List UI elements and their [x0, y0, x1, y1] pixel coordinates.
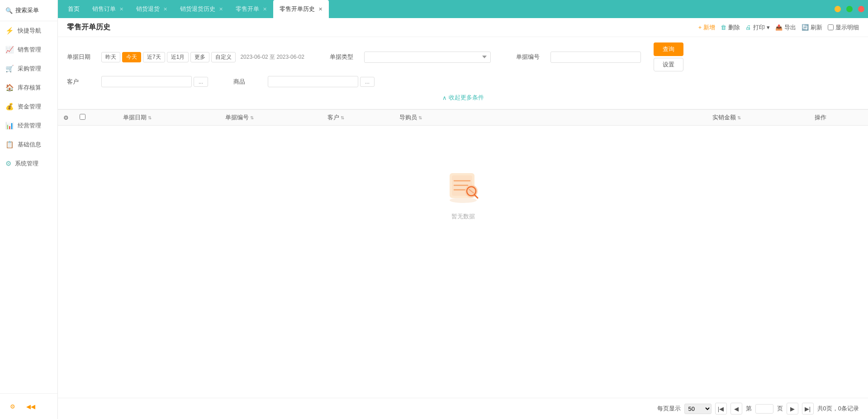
delete-button[interactable]: 🗑 删除 [721, 24, 740, 32]
doc-type-select[interactable] [364, 52, 491, 63]
settings-bottom-icon: ⚙ [10, 403, 15, 410]
tab-retail-open-label: 零售开单 [236, 5, 259, 13]
col-guide: 导购员 ⇅ [394, 110, 481, 126]
select-all-checkbox[interactable] [80, 114, 85, 120]
collapse-filter-button[interactable]: ∧ 收起更多条件 [67, 92, 859, 104]
sort-no-icon: ⇅ [250, 115, 254, 120]
col-empty [481, 110, 707, 126]
sort-date-label: 单据日期 [123, 113, 147, 122]
sidebar-item-quick-nav[interactable]: ⚡ 快捷导航 [0, 21, 57, 40]
prev-page-button[interactable]: ◀ [730, 403, 742, 414]
sidebar-item-inventory[interactable]: 🏠 库存核算 [0, 78, 57, 97]
table-settings-icon[interactable]: ⚙ [63, 114, 69, 121]
filter-area: 单据日期 昨天 今天 近7天 近1月 更多 自定义 2023-06-02 至 2… [58, 37, 868, 109]
product-label: 商品 [233, 78, 261, 86]
sort-no[interactable]: 单据编号 ⇅ [225, 113, 254, 122]
page-size-select[interactable]: 10 20 50 100 [684, 404, 711, 414]
customer-input[interactable] [101, 76, 192, 87]
customer-ellipsis-btn[interactable]: ... [194, 77, 208, 87]
first-page-button[interactable]: |◀ [715, 403, 727, 414]
no-data-illustration [441, 162, 486, 207]
last-page-button[interactable]: ▶| [802, 403, 814, 414]
sidebar-item-basic-info[interactable]: 📋 基础信息 [0, 135, 57, 154]
more-date-btn[interactable]: 更多 [190, 52, 209, 62]
minimize-button[interactable] [835, 6, 841, 12]
close-sales-return-icon[interactable]: ✕ [163, 6, 167, 12]
page-label: 第 [746, 405, 752, 413]
sidebar-item-purchase-mgmt[interactable]: 🛒 采购管理 [0, 59, 57, 78]
operations-icon: 📊 [5, 122, 14, 130]
sort-date[interactable]: 单据日期 ⇅ [123, 113, 152, 122]
export-button[interactable]: 📤 导出 [775, 24, 796, 32]
sidebar-item-label: 库存核算 [18, 84, 41, 92]
sidebar-item-system-mgmt[interactable]: ⚙ 系统管理 [0, 154, 57, 173]
sidebar-search-label: 搜索采单 [15, 6, 39, 14]
sidebar-item-finance[interactable]: 💰 资金管理 [0, 97, 57, 116]
settings-bottom-button[interactable]: ⚙ [5, 399, 20, 414]
today-btn[interactable]: 今天 [122, 52, 141, 62]
query-button[interactable]: 查询 [654, 42, 683, 56]
maximize-button[interactable] [846, 6, 853, 12]
sort-amount[interactable]: 实销金额 ⇅ [712, 113, 741, 122]
collapse-sidebar-button[interactable]: ◀◀ [24, 399, 38, 414]
collapse-label: 收起更多条件 [449, 94, 484, 102]
close-retail-open-icon[interactable]: ✕ [263, 6, 267, 12]
tab-sales-return-history-label: 销货退货历史 [180, 5, 215, 13]
collapse-icon: ◀◀ [26, 403, 35, 410]
sort-no-label: 单据编号 [225, 113, 249, 122]
per-page-label: 每页显示 [657, 405, 681, 413]
date-filter-buttons: 昨天 今天 近7天 近1月 更多 自定义 2023-06-02 至 2023-0… [101, 52, 304, 62]
close-window-button[interactable] [858, 6, 864, 12]
page-input[interactable]: 1 [755, 404, 773, 414]
tab-retail-open-history-label: 零售开单历史 [280, 5, 315, 13]
sales-mgmt-icon: 📈 [5, 46, 14, 54]
tab-retail-open-history[interactable]: 零售开单历史 ✕ [273, 0, 329, 18]
basic-info-icon: 📋 [5, 141, 14, 149]
display-detail-button[interactable]: 显示明细 [828, 24, 859, 32]
last7days-btn[interactable]: 近7天 [143, 52, 165, 62]
table-settings-col[interactable]: ⚙ [58, 110, 74, 126]
tab-retail-open[interactable]: 零售开单 ✕ [229, 0, 273, 18]
no-data-text: 暂无数据 [451, 212, 475, 221]
close-sales-order-icon[interactable]: ✕ [119, 6, 123, 12]
col-amount: 实销金额 ⇅ [707, 110, 809, 126]
custom-date-btn[interactable]: 自定义 [211, 52, 236, 62]
date-filter-label: 单据日期 [67, 53, 94, 61]
tab-home[interactable]: 首页 [62, 0, 86, 18]
refresh-button[interactable]: 🔄 刷新 [802, 24, 822, 32]
tab-sales-order[interactable]: 销售订单 ✕ [86, 0, 130, 18]
sort-guide[interactable]: 导购员 ⇅ [399, 113, 422, 122]
display-detail-checkbox[interactable] [828, 24, 834, 30]
tab-sales-return[interactable]: 销货退货 ✕ [130, 0, 174, 18]
sidebar-item-operations[interactable]: 📊 经营管理 [0, 116, 57, 135]
toolbar: + 新增 🗑 删除 🖨 打印 ▾ 📤 导出 🔄 刷新 [698, 24, 859, 32]
sidebar-search[interactable]: 🔍 搜索采单 [0, 0, 57, 21]
sidebar-item-sales-mgmt[interactable]: 📈 销售管理 [0, 40, 57, 59]
main-area: 首页 销售订单 ✕ 销货退货 ✕ 销货退货历史 ✕ 零售开单 ✕ 零售开单历史 … [58, 0, 868, 419]
close-sales-return-history-icon[interactable]: ✕ [219, 6, 223, 12]
product-ellipsis-btn[interactable]: ... [360, 77, 375, 87]
date-range-display: 2023-06-02 至 2023-06-02 [240, 53, 304, 61]
yesterday-btn[interactable]: 昨天 [101, 52, 120, 62]
doc-no-input[interactable] [550, 52, 641, 63]
tab-sales-return-history[interactable]: 销货退货历史 ✕ [174, 0, 229, 18]
settings-filter-button[interactable]: 设置 [654, 58, 683, 71]
print-button[interactable]: 🖨 打印 ▾ [745, 24, 770, 32]
export-icon: 📤 [775, 24, 783, 31]
print-label: 打印 [753, 24, 765, 32]
export-label: 导出 [784, 24, 796, 32]
sidebar: 🔍 搜索采单 ⚡ 快捷导航 📈 销售管理 🛒 采购管理 🏠 库存核算 💰 资金管… [0, 0, 58, 419]
product-input[interactable] [268, 76, 358, 87]
sidebar-item-label: 系统管理 [15, 160, 38, 168]
content-area: 零售开单历史 + 新增 🗑 删除 🖨 打印 ▾ 📤 导出 [58, 18, 868, 419]
next-page-button[interactable]: ▶ [787, 403, 798, 414]
close-retail-open-history-icon[interactable]: ✕ [318, 6, 323, 12]
new-label: + 新增 [698, 24, 715, 32]
col-customer: 客户 ⇅ [322, 110, 394, 126]
tab-home-label: 首页 [68, 5, 80, 13]
last1month-btn[interactable]: 近1月 [167, 52, 189, 62]
sort-customer[interactable]: 客户 ⇅ [327, 113, 344, 122]
tab-sales-order-label: 销售订单 [92, 5, 116, 13]
new-button[interactable]: + 新增 [698, 24, 715, 32]
pagination: 每页显示 10 20 50 100 |◀ ◀ 第 1 页 ▶ ▶| 共0页，0条… [58, 398, 868, 419]
